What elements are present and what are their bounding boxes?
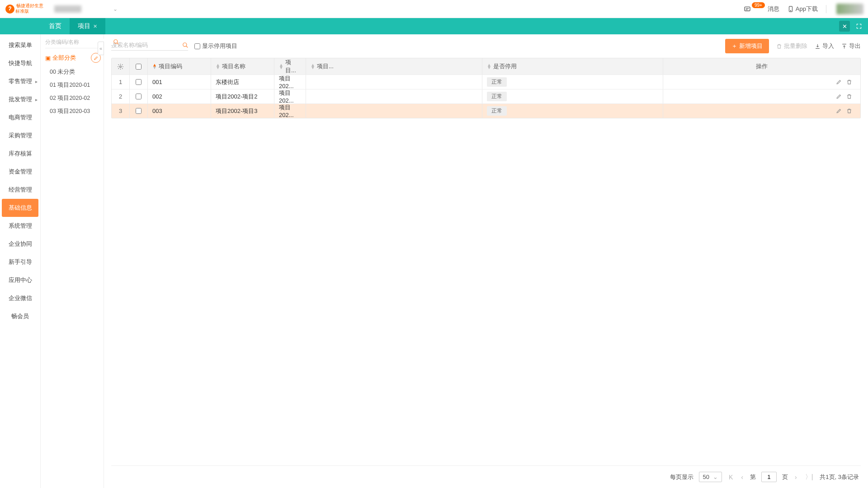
cell-cat2 (306, 104, 482, 118)
edit-row-button[interactable] (836, 108, 842, 114)
search-icon[interactable] (113, 39, 119, 45)
table-row[interactable]: 3003项目2002-项目3项目202...正常 (112, 103, 860, 118)
trash-icon (776, 43, 782, 49)
tree-node[interactable]: 00 未分类 (50, 66, 104, 79)
tree-node[interactable]: 03 项目2020-03 (50, 105, 104, 118)
row-checkbox-cell (130, 89, 148, 103)
expand-icon (856, 23, 862, 29)
cell-cat1: 项目202... (274, 104, 306, 118)
sidebar-item[interactable]: 库存核算 (0, 145, 40, 163)
sidebar-item[interactable]: 畅会员 (0, 307, 40, 325)
sidebar-item[interactable]: 采购管理 (0, 127, 40, 145)
tab-close-all-button[interactable]: ✕ (839, 21, 850, 32)
tab-home[interactable]: 首页 (41, 18, 70, 34)
svg-rect-0 (745, 7, 750, 11)
edit-row-button[interactable] (836, 79, 842, 85)
next-page-button[interactable]: › (793, 474, 798, 481)
cell-cat2 (306, 75, 482, 89)
table-row[interactable]: 2002项目2002-项目2项目202...正常 (112, 89, 860, 103)
logo-icon (5, 4, 15, 14)
phone-icon (788, 5, 794, 13)
column-cat1[interactable]: ▲▼项目... (274, 58, 306, 75)
left-sidebar: 搜索菜单快捷导航零售管理▸批发管理▸电商管理采购管理库存核算资金管理经营管理基础… (0, 34, 41, 488)
messages-button[interactable]: 99+ 消息 (744, 5, 779, 13)
sidebar-item[interactable]: 应用中心 (0, 271, 40, 289)
cell-code: 003 (148, 104, 211, 118)
sidebar-item[interactable]: 经营管理 (0, 181, 40, 199)
delete-row-button[interactable] (846, 94, 852, 99)
sidebar-item[interactable]: 企业协同 (0, 235, 40, 253)
sidebar-item[interactable]: 系统管理 (0, 217, 40, 235)
download-label: App下载 (796, 5, 818, 13)
chevron-down-icon: ⌄ (113, 6, 118, 12)
cell-actions (663, 75, 860, 89)
search-icon[interactable] (182, 42, 189, 48)
last-page-button[interactable]: 〉| (804, 473, 815, 481)
sidebar-item[interactable]: 企业微信 (0, 289, 40, 307)
tree-root[interactable]: ▣ 全部分类 (45, 53, 104, 63)
prev-page-button[interactable]: ‹ (740, 474, 745, 481)
delete-row-button[interactable] (846, 79, 852, 85)
row-checkbox-cell (130, 75, 148, 89)
cell-actions (663, 104, 860, 118)
batch-delete-button[interactable]: 批量删除 (776, 42, 807, 50)
fullscreen-button[interactable] (854, 21, 864, 32)
sidebar-item[interactable]: 资金管理 (0, 163, 40, 181)
sidebar-item[interactable]: 批发管理▸ (0, 90, 40, 108)
caret-icon: ▸ (35, 97, 38, 102)
page-input[interactable] (761, 472, 777, 482)
export-icon (841, 43, 847, 49)
workspace-dropdown[interactable]: ⌄ (54, 5, 118, 13)
row-checkbox[interactable] (136, 79, 142, 85)
column-name[interactable]: ▲▼项目名称 (211, 58, 274, 75)
sidebar-item[interactable]: 新手引导 (0, 253, 40, 271)
table-row[interactable]: 1001东楼街店项目202...正常 (112, 75, 860, 89)
tab-project[interactable]: 项目 ✕ (70, 18, 105, 34)
tab-bar: 首页 项目 ✕ ✕ (0, 18, 868, 34)
sidebar-item[interactable]: 快捷导航 (0, 54, 40, 72)
delete-row-button[interactable] (846, 108, 852, 114)
column-status[interactable]: ▲▼是否停用 (482, 58, 663, 75)
import-button[interactable]: 导入 (815, 42, 834, 50)
cell-status: 正常 (482, 75, 663, 89)
settings-column[interactable] (112, 58, 130, 75)
collapse-tree-button[interactable]: « (98, 42, 104, 55)
sidebar-item[interactable]: 电商管理 (0, 108, 40, 127)
tree-root-label: 全部分类 (52, 54, 76, 62)
sidebar-item[interactable]: 搜索菜单 (0, 36, 40, 54)
new-project-button[interactable]: ＋ 新增项目 (725, 39, 769, 53)
sidebar-item[interactable]: 零售管理▸ (0, 72, 40, 90)
app-download-button[interactable]: App下载 (788, 5, 818, 13)
sidebar-item[interactable]: 基础信息 (2, 199, 38, 217)
user-avatar[interactable] (836, 4, 863, 14)
cell-name: 项目2002-项目2 (211, 89, 274, 103)
brand-name: 畅捷通好生意 (16, 3, 43, 8)
cell-cat1: 项目202... (274, 89, 306, 103)
edit-row-button[interactable] (836, 94, 842, 99)
show-disabled-toggle[interactable]: 显示停用项目 (194, 42, 237, 50)
tree-node[interactable]: 02 项目2020-02 (50, 92, 104, 105)
export-button[interactable]: 导出 (841, 42, 861, 50)
select-all-column[interactable] (130, 58, 148, 75)
first-page-button[interactable]: K (727, 474, 734, 481)
cell-status: 正常 (482, 89, 663, 103)
row-checkbox[interactable] (136, 108, 142, 114)
search-input[interactable] (111, 42, 182, 48)
cell-cat2 (306, 89, 482, 103)
per-page-select[interactable]: 50 ⌄ (699, 472, 722, 482)
tree-node[interactable]: 01 项目2020-01 (50, 79, 104, 92)
svg-point-3 (114, 40, 118, 43)
tree-search (45, 39, 100, 48)
tab-label: 项目 (78, 22, 90, 30)
show-disabled-checkbox[interactable] (194, 43, 200, 49)
row-checkbox[interactable] (136, 94, 142, 99)
import-icon (815, 43, 821, 49)
status-badge: 正常 (487, 106, 507, 116)
column-cat2[interactable]: ▲▼项目... (306, 58, 482, 75)
cell-cat1: 项目202... (274, 75, 306, 89)
projects-table: ▲▼项目编码 ▲▼项目名称 ▲▼项目... ▲▼项目... ▲▼是否停用 操作 … (111, 58, 861, 118)
column-code[interactable]: ▲▼项目编码 (148, 58, 211, 75)
close-icon[interactable]: ✕ (93, 23, 97, 29)
column-op: 操作 (663, 58, 860, 75)
page-suffix: 页 (782, 473, 788, 481)
